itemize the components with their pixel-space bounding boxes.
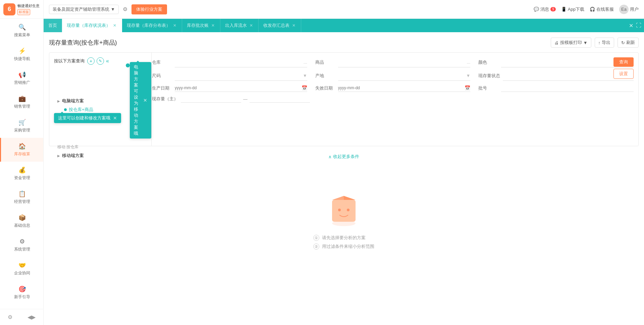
sidebar-item-marketing[interactable]: 📢 营销推广 — [0, 66, 43, 90]
stock-status-input[interactable] — [503, 72, 629, 79]
warehouse-filter: 仓库 ... — [152, 57, 307, 67]
origin-label: 产地 — [315, 73, 335, 79]
filter-settings-btn[interactable]: 设置 — [613, 69, 634, 79]
logo-icon: 6 — [3, 3, 15, 15]
production-date-input[interactable] — [175, 86, 300, 90]
size-input[interactable] — [175, 72, 303, 79]
origin-dropdown[interactable]: ▼ — [466, 73, 470, 78]
expiry-date-calendar-icon[interactable]: 📅 — [465, 85, 470, 91]
desktop-scheme-label: 按仓库+商品 — [69, 107, 93, 113]
sidebar-item-inventory[interactable]: 🏠 库存核算 — [0, 138, 43, 162]
sidebar-collapse-btn[interactable]: ◀▶ — [28, 314, 36, 320]
system-selector[interactable]: 装备及固定资产辅助管理系统 ▼ — [49, 5, 119, 14]
batch-no-label: 批号 — [478, 85, 498, 91]
empty-illustration — [324, 190, 364, 227]
goods-label: 商品 — [315, 59, 335, 65]
print-btn[interactable]: 🖨 按模板打印 ▼ — [551, 38, 591, 48]
sidebar-item-label-search: 搜索菜单 — [14, 32, 30, 38]
sidebar-item-management[interactable]: 📋 经营管理 — [0, 185, 43, 209]
refresh-btn[interactable]: ↻ 刷新 — [618, 38, 639, 48]
tab-stock-dist-label: 现存量（库存分布表） — [127, 22, 170, 29]
sidebar-item-search[interactable]: 🔍 搜索菜单 — [0, 19, 43, 43]
online-support-btn[interactable]: 🎧 在线客服 — [590, 6, 614, 12]
tab-stock-dist[interactable]: 现存量（库存分布表） ✕ — [122, 19, 182, 32]
scheme-tooltip-text: 电脑方案可设为移动方案哦 — [134, 64, 141, 137]
origin-input[interactable] — [338, 72, 466, 79]
print-label: 按模板打印 — [560, 40, 582, 46]
sidebar-item-guide[interactable]: 🎯 新手引导 — [0, 281, 43, 305]
scheme-edit-tooltip-close[interactable]: ✕ — [113, 115, 117, 121]
messages-btn[interactable]: 💬 消息 9 — [534, 6, 556, 12]
sidebar-item-purchase[interactable]: 🛒 采购管理 — [0, 114, 43, 138]
sidebar-item-system[interactable]: ⚙ 系统管理 — [0, 233, 43, 257]
color-label: 颜色 — [478, 59, 498, 65]
tab-in-out-flow[interactable]: 出入库流水 ✕ — [220, 19, 259, 32]
scheme-tooltip-close[interactable]: ✕ — [143, 98, 147, 103]
tabs-bar: 首页 现存量（库存状况表） ✕ 现存量（库存分布表） ✕ 库存批次账 ✕ 出入库… — [44, 19, 644, 32]
tab-stock-dist-close[interactable]: ✕ — [172, 23, 177, 28]
stock-main-to-input[interactable] — [250, 96, 310, 101]
sidebar-item-label-quicknav: 快捷导航 — [14, 56, 30, 62]
tab-close-all-btn[interactable]: ✕ — [629, 22, 633, 29]
filter-section: 按以下方案查询 + ✎ « 电脑方案可设为移动方案哦 ✕ — [49, 52, 639, 146]
filter-add-btn[interactable]: + — [87, 57, 95, 65]
size-dropdown[interactable]: ▼ — [303, 73, 307, 78]
filter-title: 按以下方案查询 — [54, 58, 85, 64]
filter-edit-btn[interactable]: ✎ — [97, 57, 104, 65]
print-arrow-icon: ▼ — [583, 40, 588, 45]
avatar-text: Ea — [621, 7, 627, 12]
empty-svg — [324, 190, 364, 227]
size-label: 尺码 — [152, 73, 172, 79]
stock-status-filter: 现存量状态 ▼ — [478, 71, 634, 81]
sidebar-nav: 🔍 搜索菜单 ⚡ 快捷导航 📢 营销推广 💼 销售管理 🛒 采购管理 🏠 库存核… — [0, 19, 43, 309]
expiry-date-input[interactable] — [338, 86, 464, 90]
tab-home[interactable]: 首页 — [44, 19, 62, 32]
app-download-btn[interactable]: 📱 App下载 — [561, 6, 584, 12]
sidebar-item-finance[interactable]: 💰 资金管理 — [0, 162, 43, 185]
batch-no-input[interactable] — [501, 86, 634, 91]
sidebar-item-enterprise[interactable]: 🤝 企业协同 — [0, 257, 43, 281]
user-area[interactable]: Ea 用户 — [619, 5, 639, 14]
production-date-label: 生产日期 — [152, 85, 172, 91]
scheme-edit-tooltip: 这里可以创建和修改方案哦 ✕ — [54, 113, 121, 123]
stock-main-from-input[interactable] — [181, 96, 241, 101]
sidebar-item-sales[interactable]: 💼 销售管理 — [0, 90, 43, 114]
sidebar-item-basic[interactable]: 📦 基础信息 — [0, 209, 43, 233]
tab-stock-status[interactable]: 现存量（库存状况表） ✕ — [62, 19, 122, 32]
mobile-group-item[interactable]: ▶ 移动端方案 — [57, 151, 147, 160]
sidebar-settings-btn[interactable]: ⚙ — [8, 314, 12, 320]
tab-in-out-flow-close[interactable]: ✕ — [249, 23, 254, 28]
expiry-date-filter: 失效日期 📅 — [315, 84, 471, 92]
warehouse-label: 仓库 — [152, 59, 172, 65]
goods-dots[interactable]: ... — [467, 60, 470, 65]
phone-icon: 📱 — [561, 7, 567, 12]
finance-icon: 💰 — [18, 166, 26, 174]
tab-fullscreen-btn[interactable]: ⛶ — [636, 22, 641, 29]
size-filter: 尺码 ▼ — [152, 71, 307, 81]
filter-back-btn[interactable]: « — [106, 58, 109, 64]
sidebar-item-label-sales: 销售管理 — [14, 104, 30, 109]
empty-state: ① 请先选择要分析的方案 ② 用过滤条件来缩小分析范围 — [49, 163, 639, 278]
industry-btn[interactable]: 体验行业方案 — [131, 4, 167, 14]
header-left: 装备及固定资产辅助管理系统 ▼ ⚙ 体验行业方案 — [49, 4, 167, 14]
tab-receive-summary[interactable]: 收发存汇总表 ✕ — [259, 19, 301, 32]
tab-stock-status-close[interactable]: ✕ — [112, 23, 117, 28]
tab-batch-ledger[interactable]: 库存批次账 ✕ — [182, 19, 220, 32]
collapse-up-icon: ∧ — [328, 154, 332, 159]
tab-batch-ledger-close[interactable]: ✕ — [211, 23, 215, 28]
sidebar-item-quicknav[interactable]: ⚡ 快捷导航 — [0, 43, 43, 66]
production-date-filter: 生产日期 📅 — [152, 84, 307, 92]
export-btn[interactable]: ↑ 导出 — [595, 38, 614, 48]
production-date-calendar-icon[interactable]: 📅 — [302, 85, 307, 91]
page-actions: 🖨 按模板打印 ▼ ↑ 导出 ↻ 刷新 — [551, 38, 639, 48]
system-name-label: 装备及固定资产辅助管理系统 — [53, 6, 109, 12]
warehouse-dots[interactable]: ... — [304, 60, 307, 65]
header-settings-btn[interactable]: ⚙ — [123, 6, 127, 12]
color-input[interactable] — [501, 58, 629, 66]
goods-input[interactable] — [338, 58, 467, 66]
warehouse-input[interactable] — [175, 58, 304, 66]
app-download-label: App下载 — [568, 6, 584, 12]
sidebar-item-label-basic: 基础信息 — [14, 223, 30, 228]
search-btn[interactable]: 查询 — [613, 57, 634, 67]
tab-receive-summary-close[interactable]: ✕ — [291, 23, 296, 28]
